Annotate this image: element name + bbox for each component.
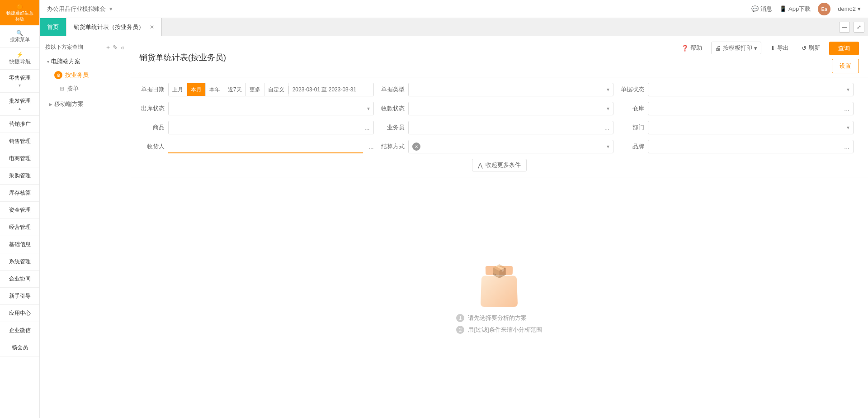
date-7days[interactable]: 近7天 (224, 83, 246, 96)
filter-outstatus-group: 出库状态 ▾ (139, 102, 379, 115)
sidebar-lingshuo[interactable]: 零售管理 ▾ (0, 70, 39, 93)
sidebar-pifa[interactable]: 批发管理 ▴ (0, 93, 39, 116)
consignee-label: 收货人 (139, 142, 165, 151)
sidebar-dianshang[interactable]: 电商管理 (0, 150, 39, 167)
sidebar-qiye[interactable]: 企业协同 (0, 271, 39, 288)
filter-warehouse-group: 仓库 ... (619, 102, 859, 115)
pc-plan-group-header[interactable]: ▾ 电脑端方案 (43, 55, 126, 68)
left-panel-header: 按以下方案查询 + ✎ « (40, 40, 130, 55)
collapse-filters-btn[interactable]: ⋀ 收起更多条件 (472, 159, 527, 171)
docstatus-select[interactable]: ▾ (648, 83, 854, 96)
filter-goods-group: 商品 ... (139, 121, 379, 134)
receiptstatus-select[interactable]: ▾ (408, 102, 614, 115)
tabs-right: — ⤢ (839, 22, 868, 33)
page-title: 销货单统计表(按业务员) (139, 52, 226, 63)
username-label[interactable]: demo2 ▾ (838, 5, 861, 12)
outstatus-select[interactable]: ▾ (168, 102, 374, 115)
query-button[interactable]: 查询 (829, 42, 859, 55)
plan-item-salesperson[interactable]: ⚙ 按业务员 (43, 68, 126, 82)
docstatus-arrow: ▾ (847, 86, 849, 93)
user-avatar[interactable]: Ea (818, 3, 830, 15)
tab-maximize-btn[interactable]: ⤢ (854, 22, 864, 33)
doctype-select[interactable]: ▾ (408, 83, 614, 96)
date-label: 单据日期 (139, 86, 165, 94)
sidebar-changhui[interactable]: 畅会员 (0, 339, 39, 356)
outstatus-arrow: ▾ (367, 105, 370, 112)
warehouse-select[interactable]: ... (648, 102, 854, 115)
print-dropdown-arrow: ▾ (754, 45, 757, 52)
tab-home[interactable]: 首页 (40, 18, 66, 36)
tab-sales-stats[interactable]: 销货单统计表（按业务员） ✕ (66, 18, 162, 36)
export-icon: ⬇ (770, 45, 775, 52)
add-plan-btn[interactable]: + (106, 44, 110, 51)
tab-minimize-btn[interactable]: — (839, 22, 850, 33)
filter-area: 单据日期 上月 本月 本年 近7天 (130, 77, 868, 177)
goods-dots[interactable]: ... (364, 124, 370, 131)
logo-icon: 🟠 (2, 4, 38, 10)
empty-tip-1: 1 请先选择要分析的方案 (456, 314, 542, 322)
consignee-input[interactable] (168, 140, 363, 153)
salesperson-select[interactable]: ... (408, 121, 614, 134)
topbar: 办公用品行业模拟账套 ▾ 💬 消息 📱 App下载 Ea demo2 ▾ (40, 0, 868, 18)
app-download-btn[interactable]: 📱 App下载 (779, 5, 811, 13)
plan-subitem-order[interactable]: ⊞ 按单 (43, 82, 126, 95)
topbar-suite-title[interactable]: 办公用品行业模拟账套 ▾ (47, 5, 113, 13)
date-more[interactable]: 更多 (246, 83, 264, 96)
filter-date-group: 单据日期 上月 本月 本年 近7天 (139, 83, 379, 96)
filter-settlement-group: 结算方式 ✕ ▾ (379, 140, 619, 153)
refresh-btn[interactable]: ↺ 刷新 (798, 42, 824, 54)
sidebar-xitong[interactable]: 系统管理 (0, 253, 39, 271)
help-icon: ❓ (681, 45, 689, 52)
salesperson-dots[interactable]: ... (604, 124, 610, 131)
filter-salesperson-group: 业务员 ... (379, 121, 619, 134)
dept-select[interactable]: ▾ (648, 121, 854, 134)
date-this-year[interactable]: 本年 (206, 83, 224, 96)
collapse-panel-btn[interactable]: « (121, 44, 124, 51)
goods-label: 商品 (139, 124, 165, 132)
settings-button[interactable]: 设置 (832, 59, 859, 73)
warehouse-dots[interactable]: ... (844, 105, 849, 112)
sidebar-yingxiao[interactable]: 营销推广 (0, 116, 39, 133)
sidebar-xiaoshou[interactable]: 销售管理 (0, 133, 39, 150)
order-sub-icon: ⊞ (60, 86, 64, 92)
date-this-month[interactable]: 本月 (187, 83, 206, 96)
brand-dots[interactable]: ... (844, 143, 849, 150)
sidebar-kucun[interactable]: 库存核算 (0, 185, 39, 202)
mobile-plan-group-header[interactable]: ▶ 移动端方案 (43, 97, 126, 111)
export-btn[interactable]: ⬇ 导出 (767, 42, 793, 54)
settlement-select[interactable]: ✕ ▾ (408, 140, 614, 153)
sidebar-kuaijie[interactable]: ⚡ 快捷导航 (0, 48, 39, 70)
sidebar-jichu[interactable]: 基础信息 (0, 236, 39, 253)
message-btn[interactable]: 💬 消息 (751, 5, 772, 13)
date-last-month[interactable]: 上月 (169, 83, 187, 96)
sidebar-qiyeweixin[interactable]: 企业微信 (0, 322, 39, 339)
filter-consignee-group: 收货人 ... (139, 140, 379, 153)
sidebar-jingying[interactable]: 经营管理 (0, 219, 39, 236)
settlement-label: 结算方式 (379, 142, 405, 151)
tab-close-btn[interactable]: ✕ (150, 24, 154, 30)
help-btn[interactable]: ❓ 帮助 (678, 42, 706, 54)
brand-select[interactable]: ... (648, 140, 854, 153)
date-custom[interactable]: 自定义 (264, 83, 288, 96)
dept-label: 部门 (619, 124, 644, 132)
sidebar-caigou[interactable]: 采购管理 (0, 167, 39, 185)
sidebar-search[interactable]: 🔍 按以下方案查询 搜索菜单 (0, 25, 39, 48)
goods-select[interactable]: ... (168, 121, 374, 134)
settlement-clear-btn[interactable]: ✕ (412, 142, 420, 151)
receiptstatus-label: 收款状态 (379, 104, 405, 113)
sidebar-zijin[interactable]: 资金管理 (0, 202, 39, 219)
sidebar-yingyong[interactable]: 应用中心 (0, 305, 39, 322)
filter-docstatus-group: 单据状态 ▾ (619, 83, 859, 96)
salesperson-label: 业务员 (379, 124, 405, 132)
filter-row-4: 收货人 ... 结算方式 ✕ ▾ 品牌 (139, 140, 859, 153)
collapse-icon: ⋀ (478, 162, 483, 169)
main: 办公用品行业模拟账套 ▾ 💬 消息 📱 App下载 Ea demo2 ▾ 首页 (40, 0, 868, 418)
consignee-dots[interactable]: ... (368, 143, 374, 150)
outstatus-label: 出库状态 (139, 104, 165, 113)
edit-plan-btn[interactable]: ✎ (113, 44, 118, 51)
empty-state: 📦 1 请先选择要分析的方案 2 用[过滤]条件来缩小分析范围 (130, 177, 868, 418)
sidebar-xinshou[interactable]: 新手引导 (0, 288, 39, 305)
sidebar-logo[interactable]: 🟠 畅捷通好生意 标版 (0, 0, 39, 25)
pc-plan-group: ▾ 电脑端方案 ⚙ 按业务员 ⊞ 按单 (43, 55, 126, 95)
print-btn[interactable]: 🖨 按模板打印 ▾ (711, 42, 761, 54)
